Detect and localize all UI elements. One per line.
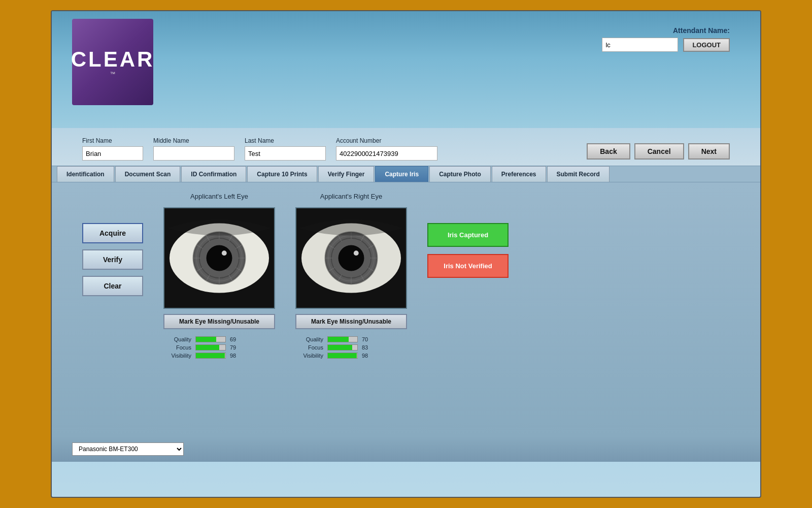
left-eye-image bbox=[163, 207, 275, 309]
left-visibility-bar-bg bbox=[195, 353, 226, 359]
left-focus-row: Focus 79 bbox=[163, 344, 275, 351]
first-name-input[interactable] bbox=[82, 146, 143, 161]
main-frame: CLEAR ™ Attendant Name: LOGOUT First Nam… bbox=[51, 10, 761, 498]
header: CLEAR ™ Attendant Name: LOGOUT bbox=[52, 11, 760, 128]
right-visibility-row: Visibility 98 bbox=[295, 353, 407, 359]
svg-point-38 bbox=[339, 245, 364, 271]
middle-name-label: Middle Name bbox=[153, 137, 234, 144]
left-visibility-label: Visibility bbox=[163, 353, 191, 359]
left-eye-svg bbox=[164, 208, 274, 308]
nav-buttons: Back Cancel Next bbox=[587, 143, 730, 161]
bottom-bar: Panasonic BM-ET300 Panasonic BM-ET200 LG… bbox=[52, 436, 760, 462]
tab-bar: Identification Document Scan ID Confirma… bbox=[52, 166, 760, 182]
right-quality-label: Quality bbox=[295, 336, 323, 342]
mark-left-eye-button[interactable]: Mark Eye Missing/Unusable bbox=[163, 314, 275, 329]
middle-name-group: Middle Name bbox=[153, 137, 234, 161]
status-column: Iris Captured Iris Not Verified bbox=[427, 223, 509, 278]
account-number-label: Account Number bbox=[336, 137, 437, 144]
svg-point-39 bbox=[354, 250, 359, 256]
left-quality-row: Quality 69 bbox=[163, 336, 275, 342]
right-eye-svg bbox=[296, 208, 406, 308]
right-focus-bar-fill bbox=[328, 345, 352, 350]
right-focus-value: 83 bbox=[362, 344, 368, 351]
tab-identification[interactable]: Identification bbox=[57, 166, 114, 182]
last-name-label: Last Name bbox=[245, 137, 326, 144]
form-section: First Name Middle Name Last Name Account… bbox=[52, 128, 760, 166]
logo-trademark: ™ bbox=[110, 71, 116, 77]
main-content: Acquire Verify Clear Applicant's Left Ey… bbox=[52, 182, 760, 436]
tab-submit-record[interactable]: Submit Record bbox=[547, 166, 610, 182]
left-visibility-row: Visibility 98 bbox=[163, 353, 275, 359]
right-visibility-bar-fill bbox=[328, 353, 357, 358]
iris-captured-badge: Iris Captured bbox=[427, 223, 509, 247]
right-eye-title: Applicant's Right Eye bbox=[320, 193, 382, 200]
svg-point-19 bbox=[222, 250, 227, 256]
eye-section: Acquire Verify Clear Applicant's Left Ey… bbox=[72, 193, 740, 359]
account-number-group: Account Number bbox=[336, 137, 437, 161]
right-focus-row: Focus 83 bbox=[295, 344, 407, 351]
last-name-group: Last Name bbox=[245, 137, 326, 161]
first-name-group: First Name bbox=[82, 137, 143, 161]
next-button[interactable]: Next bbox=[688, 143, 730, 160]
right-visibility-bar-bg bbox=[327, 353, 358, 359]
right-focus-bar-bg bbox=[327, 344, 358, 351]
tab-id-confirmation[interactable]: ID Confirmation bbox=[181, 166, 246, 182]
right-eye-quality: Quality 70 Focus 83 Visibi bbox=[295, 336, 407, 359]
left-eye-quality: Quality 69 Focus 79 Visibi bbox=[163, 336, 275, 359]
acquire-button[interactable]: Acquire bbox=[82, 223, 143, 243]
clear-button[interactable]: Clear bbox=[82, 276, 143, 296]
account-number-input[interactable] bbox=[336, 146, 437, 161]
left-visibility-value: 98 bbox=[230, 353, 236, 359]
right-visibility-label: Visibility bbox=[295, 353, 323, 359]
left-focus-bar-bg bbox=[195, 344, 226, 351]
left-focus-value: 79 bbox=[230, 344, 236, 351]
right-quality-bar-bg bbox=[327, 336, 358, 342]
right-quality-bar-fill bbox=[328, 337, 349, 342]
tab-document-scan[interactable]: Document Scan bbox=[115, 166, 181, 182]
left-quality-label: Quality bbox=[163, 336, 191, 342]
tab-preferences[interactable]: Preferences bbox=[492, 166, 546, 182]
logo-box: CLEAR ™ bbox=[72, 19, 153, 105]
logo-text: CLEAR bbox=[71, 47, 155, 72]
verify-button[interactable]: Verify bbox=[82, 249, 143, 270]
right-eye-column: Applicant's Right Eye bbox=[295, 193, 407, 359]
left-eye-column: Applicant's Left Eye bbox=[163, 193, 275, 359]
attendant-label: Attendant Name: bbox=[673, 26, 730, 35]
left-focus-label: Focus bbox=[163, 344, 191, 351]
tab-capture-photo[interactable]: Capture Photo bbox=[429, 166, 491, 182]
iris-not-verified-badge: Iris Not Verified bbox=[427, 254, 509, 278]
left-quality-value: 69 bbox=[230, 336, 236, 342]
left-eye-title: Applicant's Left Eye bbox=[190, 193, 248, 200]
right-quality-row: Quality 70 bbox=[295, 336, 407, 342]
right-visibility-value: 98 bbox=[362, 353, 368, 359]
middle-name-input[interactable] bbox=[153, 146, 234, 161]
back-button[interactable]: Back bbox=[587, 143, 630, 160]
cancel-button[interactable]: Cancel bbox=[634, 143, 684, 160]
logout-button[interactable]: LOGOUT bbox=[683, 38, 730, 52]
left-focus-bar-fill bbox=[196, 345, 219, 350]
right-focus-label: Focus bbox=[295, 344, 323, 351]
device-select[interactable]: Panasonic BM-ET300 Panasonic BM-ET200 LG… bbox=[72, 442, 184, 456]
tab-capture-10-prints[interactable]: Capture 10 Prints bbox=[247, 166, 317, 182]
attendant-input[interactable] bbox=[602, 38, 678, 52]
control-buttons: Acquire Verify Clear bbox=[82, 223, 143, 296]
left-quality-bar-bg bbox=[195, 336, 226, 342]
mark-right-eye-button[interactable]: Mark Eye Missing/Unusable bbox=[295, 314, 407, 329]
right-quality-value: 70 bbox=[362, 336, 368, 342]
tab-capture-iris[interactable]: Capture Iris bbox=[375, 166, 428, 182]
right-eye-image bbox=[295, 207, 407, 309]
first-name-label: First Name bbox=[82, 137, 143, 144]
attendant-row: LOGOUT bbox=[602, 38, 730, 52]
left-quality-bar-fill bbox=[196, 337, 216, 342]
svg-point-18 bbox=[207, 245, 232, 271]
tab-verify-finger[interactable]: Verify Finger bbox=[318, 166, 375, 182]
attendant-area: Attendant Name: LOGOUT bbox=[602, 26, 730, 52]
left-visibility-bar-fill bbox=[196, 353, 225, 358]
last-name-input[interactable] bbox=[245, 146, 326, 161]
